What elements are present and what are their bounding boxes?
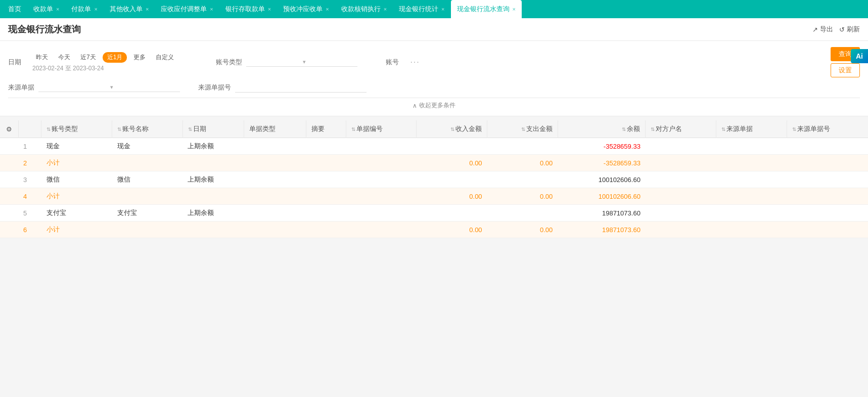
refresh-label: 刷新 (847, 25, 860, 34)
nav-prepay[interactable]: 预收冲应收单 × (277, 0, 335, 18)
date-btn-today[interactable]: 今天 (55, 52, 74, 63)
export-label: 导出 (820, 25, 833, 34)
cell-income: 0.00 (417, 188, 487, 205)
cell-account-name (112, 222, 183, 238)
cell-doc-no (346, 171, 417, 188)
nav-collection-close[interactable]: × (384, 6, 387, 12)
nav-ar-adjust-label: 应收应付调整单 (161, 5, 207, 14)
date-btn-more[interactable]: 更多 (130, 52, 149, 63)
date-range-text: 2023-02-24 至 2023-03-24 (32, 64, 177, 73)
table-row[interactable]: 3 微信 微信 上期余额 100102606.60 (0, 171, 868, 188)
nav-collection[interactable]: 收款核销执行 × (335, 0, 393, 18)
cell-source-doc-no (787, 138, 868, 155)
nav-ar-adjust[interactable]: 应收应付调整单 × (155, 0, 219, 18)
cell-source-doc-no (787, 222, 868, 238)
cell-account-type: 支付宝 (41, 205, 112, 222)
cell-date (182, 222, 244, 238)
cell-counterparty (646, 155, 716, 171)
nav-cash-flow-close[interactable]: × (513, 6, 516, 12)
nav-ar-adjust-close[interactable]: × (210, 6, 213, 12)
account-dots-btn[interactable]: ··· (410, 58, 420, 67)
source-doc-label: 来源单据 (8, 83, 34, 92)
table-row[interactable]: 6 小计 0.00 0.00 19871073.60 (0, 222, 868, 238)
th-source-doc-no[interactable]: ⇅来源单据号 (787, 120, 868, 138)
nav-cash-stat-close[interactable]: × (441, 6, 444, 12)
table-row[interactable]: 2 小计 0.00 0.00 -3528659.33 (0, 155, 868, 171)
page-title: 现金银行流水查询 (8, 23, 81, 35)
cell-doc-no (346, 188, 417, 205)
nav-home[interactable]: 首页 (2, 0, 27, 18)
th-doc-no[interactable]: ⇅单据编号 (346, 120, 417, 138)
source-doc-no-input[interactable] (235, 82, 367, 93)
table-row[interactable]: 5 支付宝 支付宝 上期余额 19871073.60 (0, 205, 868, 222)
top-nav: 首页 收款单 × 付款单 × 其他收入单 × 应收应付调整单 × 银行存取款单 … (0, 0, 868, 18)
date-btn-1month[interactable]: 近1月 (103, 52, 127, 63)
cell-balance: 100102606.60 (558, 188, 646, 205)
nav-payment-close[interactable]: × (94, 6, 97, 12)
th-source-doc[interactable]: ⇅来源单据 (716, 120, 787, 138)
cell-expense: 0.00 (487, 155, 558, 171)
cell-summary (306, 138, 346, 155)
account-type-select[interactable]: ▾ (246, 58, 357, 67)
cell-gear (0, 205, 18, 222)
th-counterparty[interactable]: ⇅对方户名 (646, 120, 716, 138)
date-btn-custom[interactable]: 自定义 (152, 52, 177, 63)
nav-other-income[interactable]: 其他收入单 × (104, 0, 155, 18)
nav-collection-label: 收款核销执行 (341, 5, 381, 14)
source-doc-no-label: 来源单据号 (198, 83, 231, 92)
nav-receipt-close[interactable]: × (56, 6, 59, 12)
table-row[interactable]: 4 小计 0.00 0.00 100102606.60 (0, 188, 868, 205)
th-account-type[interactable]: ⇅账号类型 (41, 120, 112, 138)
nav-prepay-close[interactable]: × (326, 6, 329, 12)
nav-cash-flow[interactable]: 现金银行流水查询 × (451, 0, 522, 18)
th-balance[interactable]: ⇅余额 (558, 120, 646, 138)
refresh-button[interactable]: ↺ 刷新 (839, 25, 860, 34)
date-btn-yesterday[interactable]: 昨天 (32, 52, 52, 63)
cell-expense (487, 171, 558, 188)
cell-account-type: 微信 (41, 171, 112, 188)
nav-payment[interactable]: 付款单 × (65, 0, 103, 18)
th-date[interactable]: ⇅日期 (182, 120, 244, 138)
nav-bank-deposit[interactable]: 银行存取款单 × (219, 0, 277, 18)
date-btn-7days[interactable]: 近7天 (77, 52, 100, 63)
cell-source-doc (716, 205, 787, 222)
cell-num: 5 (18, 205, 41, 222)
cell-expense (487, 138, 558, 155)
nav-receipt-label: 收款单 (33, 5, 53, 14)
cell-source-doc-no (787, 155, 868, 171)
th-account-name[interactable]: ⇅账号名称 (112, 120, 183, 138)
collapse-up-icon: ∧ (413, 102, 417, 109)
cell-income (417, 205, 487, 222)
cell-doc-no (346, 222, 417, 238)
cell-date: 上期余额 (182, 171, 244, 188)
nav-other-income-close[interactable]: × (146, 6, 149, 12)
cell-account-name (112, 155, 183, 171)
export-button[interactable]: ↗ 导出 (812, 25, 833, 34)
th-expense[interactable]: ⇅支出金额 (487, 120, 558, 138)
cell-summary (306, 155, 346, 171)
source-doc-select[interactable]: ▾ (38, 83, 180, 92)
nav-home-label: 首页 (8, 5, 21, 14)
settings-button[interactable]: 设置 (831, 63, 860, 77)
cell-source-doc (716, 155, 787, 171)
nav-cash-stat-label: 现金银行统计 (399, 5, 438, 14)
cell-expense (487, 205, 558, 222)
cell-summary (306, 222, 346, 238)
cell-income (417, 138, 487, 155)
account-type-chevron-icon: ▾ (303, 59, 355, 65)
th-gear[interactable]: ⚙ (0, 120, 18, 138)
cell-num: 2 (18, 155, 41, 171)
cell-counterparty (646, 171, 716, 188)
table-row[interactable]: 1 现金 现金 上期余额 -3528659.33 (0, 138, 868, 155)
ai-badge[interactable]: Ai (851, 49, 868, 63)
source-doc-no-filter: 来源单据号 (198, 82, 367, 93)
cell-source-doc (716, 171, 787, 188)
nav-receipt[interactable]: 收款单 × (27, 0, 65, 18)
nav-bank-deposit-close[interactable]: × (268, 6, 271, 12)
date-filter: 日期 昨天 今天 近7天 近1月 更多 自定义 2023-02-24 至 202… (8, 52, 177, 73)
account-type-filter: 账号类型 ▾ (216, 58, 357, 67)
collapse-button[interactable]: ∧ 收起更多条件 (8, 98, 860, 110)
th-income[interactable]: ⇅收入金额 (417, 120, 487, 138)
nav-cash-stat[interactable]: 现金银行统计 × (393, 0, 450, 18)
account-type-label: 账号类型 (216, 58, 242, 67)
